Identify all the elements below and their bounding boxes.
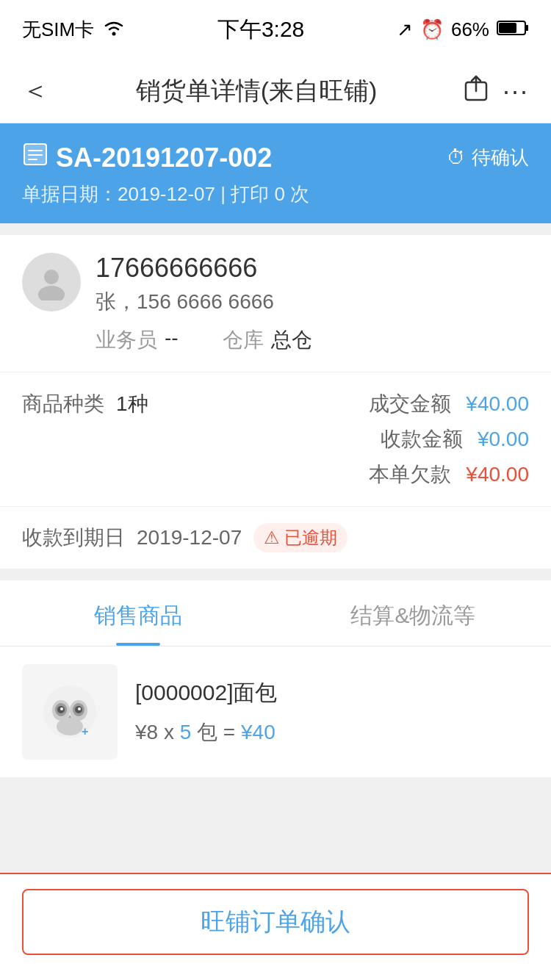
salesperson-item: 业务员 -- bbox=[96, 326, 179, 354]
overdue-badge: ⚠ 已逾期 bbox=[253, 523, 347, 552]
warehouse-item: 仓库 总仓 bbox=[223, 326, 312, 354]
owed-value: ¥40.00 bbox=[466, 463, 529, 486]
customer-info: 17666666666 张，156 6666 6666 业务员 -- 仓库 总仓 bbox=[96, 253, 529, 354]
status-left: 无SIM卡 bbox=[22, 17, 125, 43]
product-unit: 包 bbox=[197, 721, 217, 743]
wifi-icon bbox=[103, 18, 125, 41]
product-type-value: 1种 bbox=[116, 390, 148, 418]
nav-bar: ＜ 销货单详情(来自旺铺) ··· bbox=[0, 59, 551, 123]
product-qty: 5 bbox=[180, 721, 192, 743]
price-value: ¥8 bbox=[135, 721, 158, 743]
status-time: 下午3:28 bbox=[217, 15, 304, 45]
summary-section: 商品种类 1种 成交金额 ¥40.00 收款金额 ¥0.00 本单欠款 ¥40.… bbox=[0, 372, 551, 506]
customer-name: 张，156 6666 6666 bbox=[96, 288, 529, 316]
owed-label: 本单欠款 bbox=[369, 461, 451, 489]
received-label: 收款金额 bbox=[381, 425, 463, 453]
overdue-label: 已逾期 bbox=[284, 526, 337, 550]
product-image: + bbox=[22, 664, 118, 760]
product-total: ¥40 bbox=[241, 721, 276, 743]
battery-label: 66% bbox=[451, 18, 489, 41]
tabs: 销售商品 结算&物流等 bbox=[0, 580, 551, 646]
due-date-value: 2019-12-07 bbox=[137, 526, 242, 550]
received-value: ¥0.00 bbox=[478, 428, 529, 451]
order-header: SA-20191207-002 ⏱ 待确认 单据日期：2019-12-07 | … bbox=[0, 123, 551, 223]
confirm-button-area: 旺铺订单确认 bbox=[0, 873, 551, 980]
location-icon: ↗ bbox=[397, 18, 413, 41]
avatar bbox=[22, 253, 81, 311]
order-id: SA-20191207-002 bbox=[22, 141, 272, 174]
nav-left[interactable]: ＜ bbox=[22, 73, 48, 109]
summary-right: 成交金额 ¥40.00 收款金额 ¥0.00 本单欠款 ¥40.00 bbox=[369, 390, 529, 489]
salesperson-label: 业务员 bbox=[96, 326, 157, 354]
product-price: ¥8 x 5 包 = ¥40 bbox=[135, 718, 529, 746]
status-right: ↗ ⏰ 66% bbox=[397, 18, 529, 41]
clock-icon: ⏱ bbox=[447, 146, 466, 169]
svg-point-9 bbox=[44, 270, 59, 284]
product-type-label: 商品种类 bbox=[22, 390, 104, 418]
more-button[interactable]: ··· bbox=[503, 76, 529, 107]
svg-point-0 bbox=[112, 32, 116, 35]
salesperson-value: -- bbox=[165, 326, 179, 354]
order-icon bbox=[22, 141, 48, 174]
share-button[interactable] bbox=[464, 75, 488, 107]
price-equals: = bbox=[223, 721, 241, 743]
customer-section: 17666666666 张，156 6666 6666 业务员 -- 仓库 总仓 bbox=[0, 235, 551, 372]
price-multiply: x bbox=[164, 721, 180, 743]
product-list: + [0000002]面包 ¥8 x 5 包 = ¥40 bbox=[0, 646, 551, 778]
warehouse-value: 总仓 bbox=[271, 326, 312, 354]
alarm-icon: ⏰ bbox=[420, 18, 444, 41]
battery-icon bbox=[497, 18, 529, 41]
product-details: [0000002]面包 ¥8 x 5 包 = ¥40 bbox=[135, 678, 529, 746]
tab-sales-products[interactable]: 销售商品 bbox=[0, 580, 276, 646]
svg-rect-2 bbox=[525, 25, 528, 31]
product-item: + [0000002]面包 ¥8 x 5 包 = ¥40 bbox=[0, 646, 551, 778]
amount-label: 成交金额 bbox=[369, 390, 451, 418]
summary-left: 商品种类 1种 bbox=[22, 390, 148, 418]
customer-phone: 17666666666 bbox=[96, 253, 529, 284]
amount-value: ¥40.00 bbox=[466, 392, 529, 416]
product-name: [0000002]面包 bbox=[135, 678, 529, 708]
order-status: ⏱ 待确认 bbox=[447, 145, 529, 170]
due-date-label: 收款到期日 bbox=[22, 524, 125, 552]
warehouse-label: 仓库 bbox=[223, 326, 264, 354]
svg-point-18 bbox=[60, 707, 63, 710]
due-date-section: 收款到期日 2019-12-07 ⚠ 已逾期 bbox=[0, 507, 551, 569]
tab-settlement-logistics[interactable]: 结算&物流等 bbox=[276, 580, 551, 646]
confirm-order-button[interactable]: 旺铺订单确认 bbox=[22, 889, 529, 955]
svg-point-10 bbox=[38, 286, 65, 300]
svg-text:+: + bbox=[82, 725, 88, 738]
svg-point-21 bbox=[57, 718, 83, 735]
nav-right[interactable]: ··· bbox=[464, 75, 529, 107]
page-title: 销货单详情(来自旺铺) bbox=[136, 74, 378, 108]
back-button[interactable]: ＜ bbox=[22, 73, 48, 109]
carrier-label: 无SIM卡 bbox=[22, 17, 94, 43]
status-bar: 无SIM卡 下午3:28 ↗ ⏰ 66% bbox=[0, 0, 551, 59]
order-date: 单据日期：2019-12-07 | 打印 0 次 bbox=[22, 181, 529, 207]
svg-point-19 bbox=[78, 707, 81, 710]
svg-rect-3 bbox=[499, 23, 516, 33]
warning-icon: ⚠ bbox=[264, 527, 280, 548]
